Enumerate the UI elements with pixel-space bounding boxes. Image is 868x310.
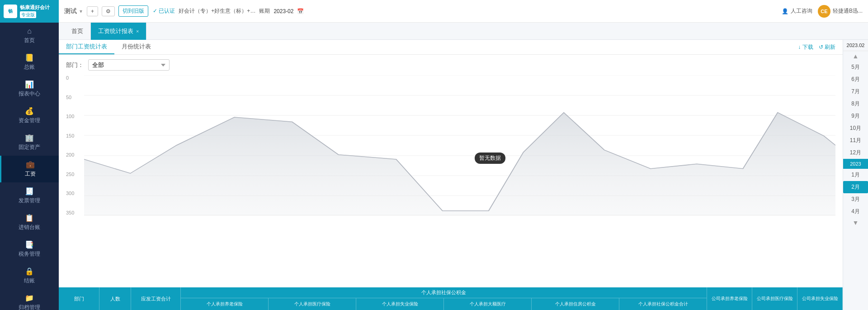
sidebar-item-close[interactable]: 🔒结账 [0, 262, 59, 289]
month-10[interactable]: 10月 [843, 122, 868, 134]
y-label: 300 [66, 191, 84, 196]
year-2023-label: 2023 [843, 159, 868, 169]
sidebar: 畅 畅康通好会计 专业版 ⌂首页📒总账📊报表中心💰资金管理🏢固定资产💼工资🧾发票… [0, 0, 59, 310]
month-2[interactable]: 2月 [843, 181, 868, 193]
subtab-monthly[interactable]: 月份统计表 [114, 40, 158, 54]
y-label: 200 [66, 152, 84, 157]
year-nav-up[interactable]: ▲ [843, 51, 868, 61]
subtabs-row: 部门工资统计表 月份统计表 ↓ 下载 ↺ 刷新 [59, 40, 843, 55]
ledger-icon: 📒 [25, 53, 34, 62]
sidebar-item-invoice[interactable]: 🧾发票管理 [0, 182, 59, 209]
personal-group-title: 个人承担社保公积金 [181, 287, 707, 298]
subtab-dept[interactable]: 部门工资统计表 [59, 40, 114, 54]
month-8[interactable]: 8月 [843, 98, 868, 110]
sidebar-item-label: 税务管理 [19, 250, 40, 258]
col-group-personal: 个人承担社保公积金 个人承担养老保险个人承担医疗保险个人承担失业保险个人承担大额… [181, 287, 707, 310]
tab-salary-report[interactable]: 工资统计报表 × [91, 23, 146, 40]
year-nav-down[interactable]: ▼ [843, 218, 868, 228]
month-7[interactable]: 7月 [843, 86, 868, 98]
year-selector-panel: 2023.02 ▲ 5月 6月 7月 8月 9月 10月 11月 12月 202… [843, 40, 868, 310]
content-page: 部门工资统计表 月份统计表 ↓ 下载 ↺ 刷新 部门： 全部销售部技术部财务部行… [59, 40, 843, 310]
period-value: 2023-02 [274, 8, 293, 14]
sidebar-logo: 畅 畅康通好会计 专业版 [0, 0, 59, 23]
funds-icon: 💰 [25, 107, 34, 115]
month-9[interactable]: 9月 [843, 110, 868, 122]
col-company-unemp: 公司承担失业保险 [797, 287, 843, 310]
home-icon: ⌂ [27, 27, 32, 35]
tab-home[interactable]: 首页 [64, 23, 91, 40]
sidebar-item-reports[interactable]: 📊报表中心 [0, 76, 59, 102]
sales-icon: 📋 [25, 214, 34, 222]
tabbar: 首页 工资统计报表 × [59, 23, 868, 40]
project-selector[interactable]: 测试 ▾ [64, 7, 82, 15]
col-company-pension: 公司承担养老保险 [707, 287, 752, 310]
sidebar-item-archive[interactable]: 📁归档管理 [0, 289, 59, 310]
month-6[interactable]: 6月 [843, 73, 868, 86]
invoice-icon: 🧾 [25, 187, 34, 196]
filterbar: 部门： 全部销售部技术部财务部行政部 [59, 55, 843, 75]
settings-button[interactable]: ⚙ [102, 6, 115, 16]
sidebar-item-label: 工资 [25, 170, 36, 178]
dept-filter-label: 部门： [66, 61, 84, 69]
chart-container: 350300250200150100500 [66, 75, 835, 229]
sidebar-item-label: 进销台账 [19, 224, 40, 231]
username: 轻捷通B迅... [833, 7, 863, 15]
personal-col-0: 个人承担养老保险 [181, 298, 269, 310]
topbar-actions: + ⚙ 切到旧版 [87, 5, 148, 17]
month-3[interactable]: 3月 [843, 193, 868, 205]
sidebar-item-label: 首页 [24, 37, 35, 44]
sidebar-item-salary[interactable]: 💼工资 [0, 156, 59, 182]
topbar-status: ✓ 已认证 好会计（专）+好生意（标）+… 账期 2023-02 📅 [153, 7, 777, 15]
dept-filter-select[interactable]: 全部销售部技术部财务部行政部 [88, 59, 170, 71]
subtab-actions: ↓ 下载 ↺ 刷新 [798, 43, 835, 51]
personal-col-4: 个人承担住房公积金 [532, 298, 619, 310]
personal-col-5: 个人承担社保公积金合计 [619, 298, 707, 310]
month-11[interactable]: 11月 [843, 134, 868, 147]
personal-col-2: 个人承担失业保险 [356, 298, 444, 310]
tab-close-icon[interactable]: × [136, 29, 139, 34]
sidebar-item-tax[interactable]: 📑税务管理 [0, 236, 59, 262]
svg-marker-8 [84, 113, 835, 215]
sidebar-item-sales[interactable]: 📋进销台账 [0, 209, 59, 236]
personal-col-3: 个人承担大额医疗 [444, 298, 532, 310]
month-4[interactable]: 4月 [843, 205, 868, 218]
chart-y-labels: 350300250200150100500 [66, 75, 84, 215]
content-wrapper: 部门工资统计表 月份统计表 ↓ 下载 ↺ 刷新 部门： 全部销售部技术部财务部行… [59, 40, 868, 310]
month-12[interactable]: 12月 [843, 147, 868, 159]
help-icon: 👤 [782, 8, 788, 14]
add-button[interactable]: + [87, 6, 98, 16]
logo-icon: 畅 [4, 5, 17, 18]
sidebar-item-label: 报表中心 [19, 90, 40, 98]
chart-area: 350300250200150100500 [59, 75, 843, 287]
month-5[interactable]: 5月 [843, 61, 868, 73]
sidebar-item-label: 资金管理 [19, 117, 40, 124]
assets-icon: 🏢 [25, 134, 34, 142]
avatar: CE [818, 5, 830, 18]
sidebar-item-funds[interactable]: 💰资金管理 [0, 102, 59, 129]
y-label: 350 [66, 210, 84, 215]
sidebar-item-ledger[interactable]: 📒总账 [0, 49, 59, 76]
chart-svg [84, 75, 835, 215]
project-name: 测试 [64, 7, 77, 15]
help-button[interactable]: 👤 人工咨询 [782, 7, 812, 15]
sidebar-item-assets[interactable]: 🏢固定资产 [0, 129, 59, 156]
month-1[interactable]: 1月 [843, 169, 868, 181]
certified-badge: ✓ 已认证 [153, 7, 175, 15]
chevron-down-icon[interactable]: ▾ [80, 8, 82, 14]
user-menu[interactable]: CE 轻捷通B迅... [818, 5, 863, 18]
calendar-icon[interactable]: 📅 [297, 8, 304, 14]
switch-version-button[interactable]: 切到旧版 [118, 5, 148, 17]
col-salary: 应发工资合计 [131, 287, 181, 310]
sidebar-item-label: 归档管理 [19, 304, 40, 310]
sidebar-item-home[interactable]: ⌂首页 [0, 23, 59, 49]
period-label: 账期 [259, 7, 270, 15]
close-icon: 🔒 [25, 267, 34, 276]
y-label: 0 [66, 75, 84, 81]
reports-icon: 📊 [25, 80, 34, 89]
refresh-button[interactable]: ↺ 刷新 [819, 43, 835, 51]
main-area: 测试 ▾ + ⚙ 切到旧版 ✓ 已认证 好会计（专）+好生意（标）+… 账期 2… [59, 0, 868, 310]
year-display: 2023.02 [843, 40, 868, 51]
table-header: 部门 人数 应发工资合计 个人承担社保公积金 个人承担养老保险个人承担医疗保险个… [59, 287, 843, 310]
subtabs-left: 部门工资统计表 月份统计表 [59, 40, 158, 54]
download-button[interactable]: ↓ 下载 [798, 43, 813, 51]
